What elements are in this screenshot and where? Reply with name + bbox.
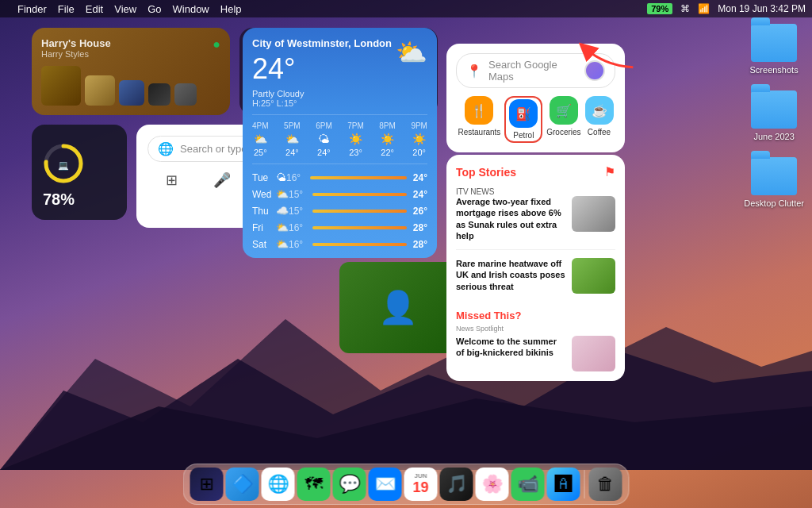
dock-photos[interactable]: 🌸 xyxy=(476,468,509,501)
menubar-file[interactable]: File xyxy=(58,3,75,15)
menubar-edit[interactable]: Edit xyxy=(86,3,103,15)
weather-hour-1: 5PM ⛅ 24° xyxy=(284,121,301,157)
weather-temp: 24° xyxy=(252,52,392,86)
maps-category-groceries[interactable]: 🛒 Groceries xyxy=(546,96,580,143)
music-widget[interactable]: Harry's House Harry Styles ● xyxy=(32,28,230,115)
battery-percent-label: 78% xyxy=(43,190,75,209)
maps-categories: 🍴 Restaurants ⛽ Petrol 🛒 Groceries ☕ Cof… xyxy=(456,96,615,143)
weather-day-thu: Thu ☁️ 15° 26° xyxy=(252,202,427,219)
news-story-2-text: Rare marine heatwave off UK and Irish co… xyxy=(456,258,565,294)
news-headline-3: Welcome to the summer of big-knickered b… xyxy=(456,336,565,359)
chrome-logo-icon: 🌐 xyxy=(158,141,174,156)
dock-appstore[interactable]: 🅰 xyxy=(547,468,580,501)
desktop-icon-screenshots[interactable]: Screenshots xyxy=(750,24,799,75)
album-art-strip xyxy=(41,66,220,106)
dock-music[interactable]: 🎵 xyxy=(440,468,473,501)
maps-widget[interactable]: 📍 Search Google Maps 🍴 Restaurants ⛽ Pet… xyxy=(446,44,625,152)
dock-mail[interactable]: ✉️ xyxy=(369,468,402,501)
desktop-icon-label: Desktop Clutter xyxy=(744,198,804,208)
maps-petrol-label: Petrol xyxy=(513,131,534,140)
weather-main-icon: ⛅ xyxy=(396,37,427,67)
news-headline-2: Rare marine heatwave off UK and Irish co… xyxy=(456,258,565,292)
maps-groceries-label: Groceries xyxy=(546,128,580,137)
news-story-1: Average two-year fixed mortgage rises ab… xyxy=(456,196,615,250)
maps-category-coffee[interactable]: ☕ Coffee xyxy=(585,96,614,143)
battery-status: 79% xyxy=(647,3,672,14)
news-story-3: Welcome to the summer of big-knickered b… xyxy=(456,336,615,371)
news-thumb-2 xyxy=(572,258,615,294)
music-song: Harry Styles xyxy=(41,49,111,59)
svg-marker-2 xyxy=(0,398,812,470)
chrome-tabs-icon[interactable]: ⊞ xyxy=(166,171,178,189)
dock-chrome[interactable]: 🌐 xyxy=(262,468,295,501)
desktop-icons: Screenshots June 2023 Desktop Clutter xyxy=(744,24,804,208)
wifi-icon: 📶 xyxy=(698,3,710,14)
weather-hour-3: 7PM ☀️ 23° xyxy=(347,121,364,157)
dock-maps[interactable]: 🗺 xyxy=(297,468,331,501)
maps-restaurants-label: Restaurants xyxy=(458,128,500,137)
news-story-2: Rare marine heatwave off UK and Irish co… xyxy=(456,258,615,302)
menubar-right: 79% ⌘ 📶 Mon 19 Jun 3:42 PM xyxy=(647,3,806,14)
svg-text:💻: 💻 xyxy=(58,160,69,171)
menubar-finder[interactable]: Finder xyxy=(17,3,47,15)
dock-finder[interactable]: 🔷 xyxy=(226,468,259,501)
menubar-left: Finder File Edit View Go Window Help xyxy=(6,3,242,15)
battery-widget: 💻 78% xyxy=(32,125,127,220)
maps-widget-wrapper: 📍 Search Google Maps 🍴 Restaurants ⛽ Pet… xyxy=(446,44,625,152)
maps-search-bar[interactable]: 📍 Search Google Maps xyxy=(456,53,615,88)
desktop-icon-label: June 2023 xyxy=(753,132,794,141)
maps-coffee-label: Coffee xyxy=(588,128,611,137)
news-missed-label: Missed This? xyxy=(456,310,615,321)
weather-hour-0: 4PM ⛅ 25° xyxy=(252,121,269,157)
dock-trash[interactable]: 🗑 xyxy=(589,468,622,501)
menubar: Finder File Edit View Go Window Help 79%… xyxy=(0,0,812,17)
news-header: Top Stories ⚑ xyxy=(456,164,615,179)
dock-calendar[interactable]: JUN 19 xyxy=(404,468,438,501)
news-top-stories-label: Top Stories xyxy=(456,166,516,179)
news-thumb-3 xyxy=(572,336,615,371)
weather-condition: Partly Cloudy xyxy=(252,89,392,98)
bluetooth-icon: ⌘ xyxy=(680,3,690,14)
weather-day-tue: Tue 🌤 16° 24° xyxy=(252,169,427,186)
maps-petrol-icon: ⛽ xyxy=(509,99,538,128)
dock-separator xyxy=(584,470,585,498)
weather-minmax: H:25° L:15° xyxy=(252,98,392,108)
news-widget[interactable]: Top Stories ⚑ ITV NEWS Average two-year … xyxy=(446,155,625,381)
menubar-go[interactable]: Go xyxy=(147,3,161,15)
desktop-icon-desktop-clutter[interactable]: Desktop Clutter xyxy=(744,157,804,208)
music-artist: Harry's House xyxy=(41,37,111,49)
maps-category-restaurants[interactable]: 🍴 Restaurants xyxy=(458,96,500,143)
photo-widget: 👤 xyxy=(339,262,457,353)
chrome-mic-icon[interactable]: 🎤 xyxy=(213,171,231,189)
maps-category-petrol[interactable]: ⛽ Petrol xyxy=(504,96,542,143)
weather-widget-container: City of Westminster, London 24° Partly C… xyxy=(243,28,437,258)
maps-user-avatar xyxy=(584,60,605,81)
battery-ring-chart: 💻 xyxy=(43,143,84,184)
news-widget-wrapper: Top Stories ⚑ ITV NEWS Average two-year … xyxy=(446,155,625,381)
weather-hour-4: 8PM ☀️ 22° xyxy=(379,121,396,157)
dock-facetime[interactable]: 📹 xyxy=(511,468,545,501)
weather-daily: Tue 🌤 16° 24° Wed ⛅ 15° 24° Thu ☁️ 15° 2… xyxy=(252,164,427,252)
dock-messages[interactable]: 💬 xyxy=(333,468,366,501)
weather-day-wed: Wed ⛅ 15° 24° xyxy=(252,186,427,202)
svg-marker-1 xyxy=(0,351,812,470)
news-source-1: ITV NEWS xyxy=(456,187,615,196)
datetime-display: Mon 19 Jun 3:42 PM xyxy=(718,3,806,14)
news-logo-icon: ⚑ xyxy=(604,164,615,179)
desktop-icon-june2023[interactable]: June 2023 xyxy=(751,90,797,141)
weather-widget: City of Westminster, London 24° Partly C… xyxy=(243,28,437,258)
menubar-view[interactable]: View xyxy=(114,3,136,15)
weather-hourly: 4PM ⛅ 25° 5PM ⛅ 24° 6PM 🌤 24° 7PM ☀️ 23°… xyxy=(252,114,427,157)
news-source-2: News Spotlight xyxy=(456,325,615,333)
menubar-help[interactable]: Help xyxy=(220,3,242,15)
maps-restaurants-icon: 🍴 xyxy=(465,96,493,125)
maps-groceries-icon: 🛒 xyxy=(550,96,578,125)
dock-launchpad[interactable]: ⊞ xyxy=(190,468,224,501)
maps-pin-icon: 📍 xyxy=(466,64,482,79)
spotify-icon: ● xyxy=(213,37,220,52)
news-headline-1: Average two-year fixed mortgage rises ab… xyxy=(456,196,565,241)
weather-city: City of Westminster, London xyxy=(252,37,392,49)
weather-hour-2: 6PM 🌤 24° xyxy=(316,121,332,157)
menubar-window[interactable]: Window xyxy=(173,3,209,15)
maps-coffee-icon: ☕ xyxy=(585,96,614,125)
